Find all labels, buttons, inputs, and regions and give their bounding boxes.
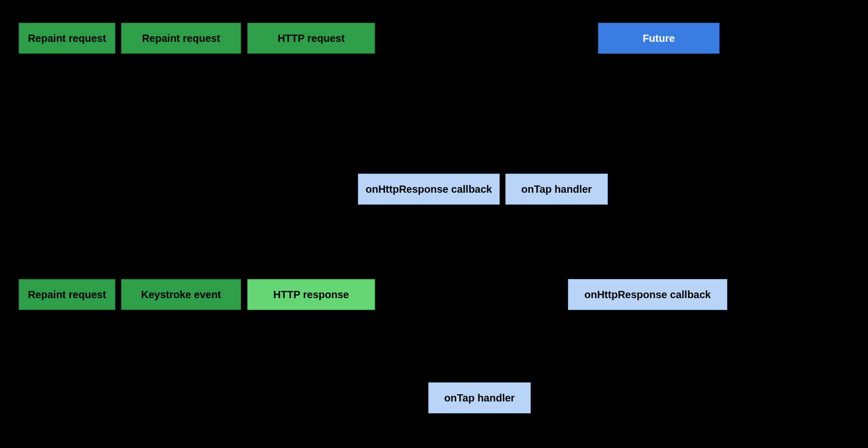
diagram-stage: Repaint request Repaint request HTTP req… bbox=[0, 0, 868, 448]
keystroke-event-box: Keystroke event bbox=[121, 279, 241, 310]
on-tap-handler-box: onTap handler bbox=[428, 382, 531, 413]
future-box: Future bbox=[598, 23, 720, 54]
on-http-response-callback-box: onHttpResponse callback bbox=[568, 279, 727, 310]
repaint-request-box: Repaint request bbox=[121, 23, 241, 54]
repaint-request-box: Repaint request bbox=[19, 279, 115, 310]
http-response-box: HTTP response bbox=[247, 279, 375, 310]
on-tap-handler-box: onTap handler bbox=[505, 174, 608, 205]
on-http-response-callback-box: onHttpResponse callback bbox=[358, 174, 500, 205]
repaint-request-box: Repaint request bbox=[19, 23, 115, 54]
http-request-box: HTTP request bbox=[247, 23, 375, 54]
